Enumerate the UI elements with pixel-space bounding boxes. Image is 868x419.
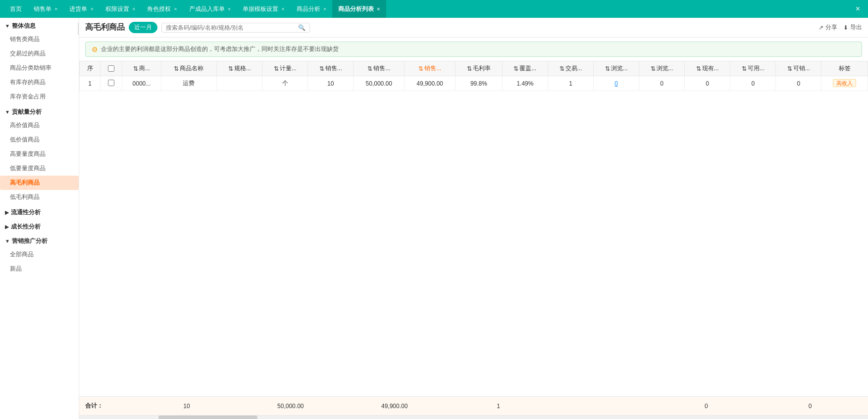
col-spec[interactable]: ⇅规格...: [217, 61, 262, 76]
col-sales2[interactable]: ⇅销售...: [354, 61, 405, 76]
share-icon: ↗: [818, 24, 823, 31]
sidebar-group-overall[interactable]: ▼ 整体信息: [0, 18, 79, 32]
close-icon[interactable]: ×: [281, 6, 284, 12]
col-available[interactable]: ⇅可用...: [730, 61, 776, 76]
footer-cell-sales3: 49,900.00: [343, 403, 447, 410]
col-sales1[interactable]: ⇅销售...: [308, 61, 354, 76]
sidebar-group-contribution[interactable]: ▼ 贡献量分析: [0, 104, 79, 118]
col-checkbox[interactable]: [101, 61, 122, 76]
cell-browse1[interactable]: 0: [594, 76, 639, 91]
sort-icon: ⇅: [133, 65, 138, 72]
close-icon[interactable]: ×: [90, 6, 93, 12]
sort-icon: ⇅: [696, 65, 701, 72]
cell-name: 运费: [161, 76, 216, 91]
cell-tag: 高收入: [821, 76, 868, 91]
cell-unit: 个: [262, 76, 308, 91]
close-icon[interactable]: ×: [174, 6, 177, 12]
tab-role[interactable]: 角色授权 ×: [141, 0, 183, 18]
sidebar-item-all-goods[interactable]: 全部商品: [0, 247, 79, 262]
sort-icon: ⇅: [467, 65, 472, 72]
col-browse1[interactable]: ⇅浏览...: [594, 61, 639, 76]
top-nav: 首页 销售单 × 进货单 × 权限设置 × 角色授权 × 产成品入库单 × 单据…: [0, 0, 868, 18]
tab-sales-order[interactable]: 销售单 ×: [28, 0, 63, 18]
tab-template[interactable]: 单据模板设置 ×: [237, 0, 290, 18]
tip-icon: ⚙: [92, 46, 98, 53]
cell-gross-rate: 99.8%: [455, 76, 502, 91]
tab-home[interactable]: 首页: [4, 0, 28, 18]
sort-icon: ⇅: [418, 65, 423, 72]
sort-icon: ⇅: [228, 65, 233, 72]
scrollbar-thumb[interactable]: [158, 416, 257, 419]
cell-checkbox[interactable]: [101, 76, 122, 91]
col-seq: 序: [80, 61, 101, 76]
sidebar-item-low-value[interactable]: 低价值商品: [0, 133, 79, 147]
col-current[interactable]: ⇅现有...: [685, 61, 730, 76]
share-button[interactable]: ↗ 分享: [818, 23, 837, 32]
close-icon[interactable]: ×: [54, 6, 57, 12]
footer-cell-available: 0: [654, 403, 758, 410]
col-transaction[interactable]: ⇅交易...: [548, 61, 593, 76]
col-coverage[interactable]: ⇅覆盖...: [502, 61, 548, 76]
col-name[interactable]: ⇅商品名称: [161, 61, 216, 76]
tab-analysis[interactable]: 商品分析 ×: [291, 0, 332, 18]
sidebar-item-low-margin[interactable]: 低毛利商品: [0, 190, 79, 204]
main-layout: « ▼ 整体信息 销售类商品 交易过的商品 商品分类助销率 有库存的商品 库存资…: [0, 18, 868, 419]
col-gross-rate[interactable]: ⇅毛利率: [455, 61, 502, 76]
sort-icon: ⇅: [651, 65, 656, 72]
filter-recent-month-button[interactable]: 近一月: [129, 22, 157, 33]
sidebar-item-low-freq[interactable]: 低要量度商品: [0, 161, 79, 176]
close-icon[interactable]: ×: [377, 6, 380, 12]
search-icon[interactable]: 🔍: [298, 24, 306, 31]
sidebar-group-growth[interactable]: ▶ 成长性分析: [0, 219, 79, 233]
sidebar-group-liquidity[interactable]: ▶ 流通性分析: [0, 204, 79, 219]
close-icon[interactable]: ×: [323, 6, 326, 12]
select-all-checkbox[interactable]: [108, 65, 114, 72]
sidebar-item-category-rate[interactable]: 商品分类助销率: [0, 61, 79, 75]
sort-icon: ⇅: [560, 65, 564, 72]
col-unit[interactable]: ⇅计量...: [262, 61, 308, 76]
col-code[interactable]: ⇅商...: [122, 61, 161, 76]
col-sellable[interactable]: ⇅可销...: [776, 61, 821, 76]
export-icon: ⬇: [843, 24, 848, 31]
footer-cell-transaction: 1: [447, 403, 551, 410]
sidebar-item-high-value[interactable]: 高价值商品: [0, 118, 79, 133]
sidebar-group-marketing[interactable]: ▼ 营销推广分析: [0, 233, 79, 247]
tab-purchase[interactable]: 进货单 ×: [63, 0, 99, 18]
chevron-right-icon: ▶: [5, 224, 9, 230]
tab-permission[interactable]: 权限设置 ×: [100, 0, 141, 18]
horizontal-scrollbar[interactable]: [79, 415, 868, 419]
cell-browse2: 0: [639, 76, 685, 91]
tip-text: 企业的主要的利润都是这部分商品创造的，可考虑加大推广，同时关注库存是不要出现缺货: [101, 45, 339, 53]
chevron-down-icon: ▼: [5, 109, 10, 115]
close-icon[interactable]: ×: [228, 6, 231, 12]
sidebar-item-traded-goods[interactable]: 交易过的商品: [0, 47, 79, 61]
col-browse2[interactable]: ⇅浏览...: [639, 61, 685, 76]
sidebar-item-high-freq[interactable]: 高要量度商品: [0, 147, 79, 161]
footer-cell-sales1: 10: [135, 403, 239, 410]
sidebar-item-high-margin[interactable]: 高毛利商品: [0, 176, 79, 190]
sidebar-collapse-button[interactable]: «: [78, 23, 79, 35]
content-header: 高毛利商品 近一月 🔍 ↗ 分享 ⬇ 导出: [79, 18, 868, 38]
cell-code[interactable]: 0000...: [122, 76, 161, 91]
sidebar-item-stock-capital[interactable]: 库存资金占用: [0, 90, 79, 104]
tab-analysis-list[interactable]: 商品分析列表 ×: [332, 0, 386, 18]
content-area: 高毛利商品 近一月 🔍 ↗ 分享 ⬇ 导出 ⚙ 企业的主要的利润都是这部分商品创…: [79, 18, 868, 419]
col-tag: 标签: [821, 61, 868, 76]
cell-available: 0: [730, 76, 776, 91]
cell-current: 0: [685, 76, 730, 91]
sidebar-item-stock-goods[interactable]: 有库存的商品: [0, 75, 79, 90]
sort-icon: ⇅: [605, 65, 610, 72]
export-button[interactable]: ⬇ 导出: [843, 23, 862, 32]
close-icon[interactable]: ×: [132, 6, 135, 12]
sidebar-item-new-goods[interactable]: 新品: [0, 262, 79, 276]
search-input[interactable]: [166, 24, 298, 31]
cell-sales1: 10: [308, 76, 354, 91]
window-close-button[interactable]: ×: [852, 4, 864, 13]
sort-icon: ⇅: [742, 65, 747, 72]
row-checkbox[interactable]: [108, 80, 114, 86]
footer-cell-sales2: 50,000.00: [239, 403, 343, 410]
sidebar-item-sales-goods[interactable]: 销售类商品: [0, 32, 79, 47]
tab-product-in[interactable]: 产成品入库单 ×: [183, 0, 237, 18]
footer-cell-sellable: 0: [758, 403, 862, 410]
col-sales3[interactable]: ⇅销售...: [405, 61, 456, 76]
